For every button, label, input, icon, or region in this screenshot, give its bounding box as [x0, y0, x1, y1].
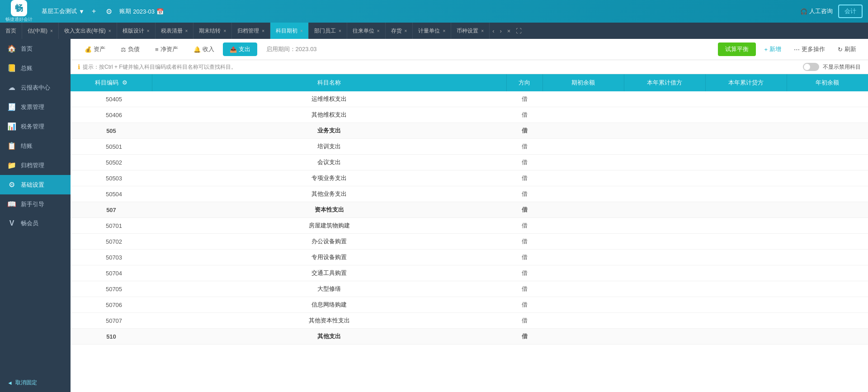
sub-tab-liabilities[interactable]: ⚖ 负债	[114, 43, 146, 56]
cell-yearly-balance[interactable]	[787, 107, 868, 123]
cell-period-balance[interactable]	[542, 91, 624, 107]
table-row[interactable]: 50501培训支出借	[71, 139, 868, 155]
cell-yearly-credit[interactable]	[705, 297, 787, 313]
table-row[interactable]: 50503专项业务支出借	[71, 170, 868, 186]
sidebar-item-tax[interactable]: 📊 税务管理	[0, 117, 71, 136]
tab-tax[interactable]: 税表清册 ×	[156, 23, 194, 39]
kuaiji-button[interactable]: 会计	[838, 5, 863, 18]
cell-yearly-credit[interactable]	[705, 91, 787, 107]
cell-yearly-credit[interactable]	[705, 155, 787, 170]
cell-yearly-credit[interactable]	[705, 218, 787, 234]
cell-period-balance[interactable]	[542, 281, 624, 297]
tab-partner-close[interactable]: ×	[377, 28, 380, 33]
tab-currency[interactable]: 币种设置 ×	[451, 23, 490, 39]
cell-yearly-balance[interactable]	[787, 297, 868, 313]
tab-template[interactable]: 模版设计 ×	[117, 23, 156, 39]
tab-period-close-x[interactable]: ×	[223, 28, 226, 33]
cell-yearly-debit[interactable]	[624, 186, 705, 202]
cell-yearly-debit[interactable]	[624, 170, 705, 186]
cell-yearly-credit[interactable]	[705, 107, 787, 123]
cell-period-balance[interactable]	[542, 186, 624, 202]
table-row[interactable]: 50504其他业务支出借	[71, 186, 868, 202]
cell-period-balance[interactable]	[542, 139, 624, 155]
tab-unit[interactable]: 计量单位 ×	[413, 23, 451, 39]
tab-next-button[interactable]: ›	[497, 23, 504, 39]
settings-button[interactable]: ⚙	[103, 6, 115, 17]
more-ops-button[interactable]: ⋯ 更多操作	[789, 43, 830, 56]
cell-yearly-balance[interactable]	[787, 329, 868, 345]
cell-yearly-debit[interactable]	[624, 107, 705, 123]
calendar-icon[interactable]: 📅	[156, 8, 164, 15]
tab-income-report-close[interactable]: ×	[108, 28, 111, 33]
cell-yearly-balance[interactable]	[787, 281, 868, 297]
cell-period-balance[interactable]	[542, 250, 624, 265]
cell-yearly-credit[interactable]	[705, 139, 787, 155]
col-gear-icon[interactable]: ⚙	[122, 79, 127, 86]
cell-yearly-debit[interactable]	[624, 234, 705, 250]
table-container[interactable]: 科目编码 ⚙ 科目名称 方向 期初余额 本年累计借方 本年累计贷方 年初余额 5…	[71, 74, 868, 392]
tab-archive-close[interactable]: ×	[262, 28, 264, 33]
sub-tab-netassets[interactable]: ≡ 净资产	[148, 43, 185, 56]
sidebar-item-guide[interactable]: 📖 新手引导	[0, 194, 71, 214]
sidebar-item-invoice[interactable]: 🧾 发票管理	[0, 97, 71, 117]
cell-yearly-debit[interactable]	[624, 265, 705, 281]
cell-yearly-balance[interactable]	[787, 313, 868, 329]
cell-yearly-credit[interactable]	[705, 281, 787, 297]
cell-period-balance[interactable]	[542, 155, 624, 170]
tab-estimate-close[interactable]: ×	[50, 28, 53, 33]
cell-yearly-balance[interactable]	[787, 91, 868, 107]
refresh-button[interactable]: ↻ 刷新	[833, 43, 861, 56]
cell-period-balance[interactable]	[542, 123, 624, 139]
cell-yearly-credit[interactable]	[705, 265, 787, 281]
cell-period-balance[interactable]	[542, 265, 624, 281]
tab-dept-close[interactable]: ×	[339, 28, 341, 33]
cell-yearly-credit[interactable]	[705, 329, 787, 345]
add-company-button[interactable]: +	[89, 6, 99, 16]
cell-yearly-debit[interactable]	[624, 250, 705, 265]
cell-yearly-balance[interactable]	[787, 155, 868, 170]
sub-tab-expense[interactable]: 📤 支出	[223, 43, 257, 56]
cell-yearly-debit[interactable]	[624, 281, 705, 297]
cell-period-balance[interactable]	[542, 202, 624, 218]
cell-yearly-debit[interactable]	[624, 297, 705, 313]
sidebar-item-settings[interactable]: ⚙ 基础设置	[0, 175, 71, 194]
company-selector[interactable]: 基层工会测试 ▼	[42, 7, 85, 15]
sub-tab-assets[interactable]: 💰 资产	[78, 43, 112, 56]
sidebar-item-archive[interactable]: 📁 归档管理	[0, 156, 71, 175]
table-row[interactable]: 50703专用设备购置借	[71, 250, 868, 265]
tab-dept[interactable]: 部门员工 ×	[309, 23, 347, 39]
table-row[interactable]: 50502会议支出借	[71, 155, 868, 170]
tab-subject-init-close[interactable]: ×	[300, 28, 303, 33]
add-new-button[interactable]: + 新增	[760, 43, 786, 56]
table-row[interactable]: 50702办公设备购置借	[71, 234, 868, 250]
cell-period-balance[interactable]	[542, 313, 624, 329]
cell-yearly-debit[interactable]	[624, 155, 705, 170]
tab-income-report[interactable]: 收入支出表(年报) ×	[59, 23, 117, 39]
cell-yearly-debit[interactable]	[624, 202, 705, 218]
cell-period-balance[interactable]	[542, 107, 624, 123]
cell-yearly-credit[interactable]	[705, 202, 787, 218]
sidebar-item-ledger[interactable]: 📒 总账	[0, 58, 71, 78]
tab-expand-button[interactable]: ⛶	[513, 23, 524, 39]
cell-yearly-balance[interactable]	[787, 234, 868, 250]
table-row[interactable]: 507资本性支出借	[71, 202, 868, 218]
cell-period-balance[interactable]	[542, 297, 624, 313]
tab-currency-close[interactable]: ×	[481, 28, 484, 33]
disabled-toggle[interactable]	[803, 63, 819, 71]
sidebar-collapse-button[interactable]: ◄ 取消固定	[0, 373, 71, 392]
cell-yearly-debit[interactable]	[624, 91, 705, 107]
cell-yearly-credit[interactable]	[705, 250, 787, 265]
cell-yearly-balance[interactable]	[787, 123, 868, 139]
tab-inventory[interactable]: 存货 ×	[386, 23, 413, 39]
cell-period-balance[interactable]	[542, 218, 624, 234]
tab-home[interactable]: 首页	[0, 23, 22, 39]
tab-estimate[interactable]: 估(中期) ×	[22, 23, 59, 39]
balance-button[interactable]: 试算平衡	[718, 43, 756, 56]
tab-prev-button[interactable]: ‹	[490, 23, 497, 39]
sub-tab-income[interactable]: 🔔 收入	[187, 43, 221, 56]
cell-yearly-balance[interactable]	[787, 186, 868, 202]
cell-yearly-credit[interactable]	[705, 234, 787, 250]
table-row[interactable]: 50706信息网络购建借	[71, 297, 868, 313]
tab-unit-close[interactable]: ×	[443, 28, 445, 33]
tab-subject-init[interactable]: 科目期初 ×	[270, 23, 309, 39]
